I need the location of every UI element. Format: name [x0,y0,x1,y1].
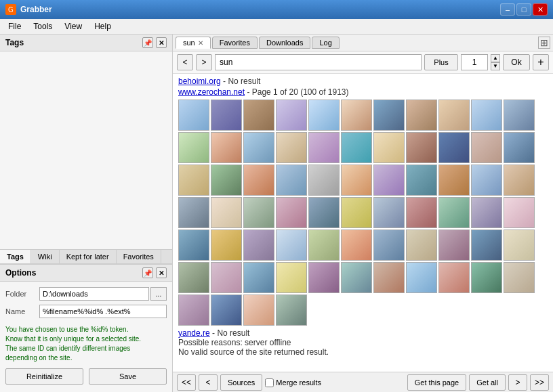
maximize-button[interactable]: □ [516,3,531,16]
thumbnail-7[interactable] [373,100,405,131]
thumbnail-16[interactable] [308,132,340,163]
thumbnail-51[interactable] [373,230,405,261]
thumbnail-44[interactable] [504,197,535,228]
thumbnail-39[interactable] [341,197,372,228]
thumbnail-42[interactable] [438,197,470,228]
thumbnail-38[interactable] [308,197,340,228]
behoimi-link[interactable]: behoimi.org [178,77,221,86]
thumbnail-67[interactable] [178,295,209,326]
thumbnail-25[interactable] [243,165,274,196]
thumbnail-15[interactable] [276,132,307,163]
next-page-button[interactable]: > [508,374,527,391]
thumbnail-3[interactable] [243,100,274,131]
thumbnail-22[interactable] [504,132,535,163]
thumbnail-14[interactable] [243,132,274,163]
thumbnail-18[interactable] [373,132,405,163]
thumbnail-21[interactable] [471,132,502,163]
tags-close-button[interactable]: ✕ [156,37,167,48]
options-close-button[interactable]: ✕ [156,267,167,278]
thumbnail-5[interactable] [308,100,340,131]
prev-page-button[interactable]: < [199,374,218,391]
menu-file[interactable]: File [3,20,26,32]
forward-button[interactable]: > [196,54,212,70]
options-pin-button[interactable]: 📌 [142,267,153,278]
tab-sun[interactable]: sun ✕ [176,37,211,49]
thumbnail-29[interactable] [373,165,405,196]
first-page-button[interactable]: << [177,374,196,391]
thumbnail-2[interactable] [211,100,242,131]
thumbnail-70[interactable] [276,295,307,326]
tab-wiki[interactable]: Wiki [31,250,60,263]
thumbnail-33[interactable] [504,165,535,196]
thumbnail-34[interactable] [178,197,209,228]
thumbnail-49[interactable] [308,230,340,261]
thumbnail-59[interactable] [276,262,307,293]
thumbnail-30[interactable] [406,165,437,196]
tab-favorites[interactable]: Favorites [212,37,258,49]
tab-log[interactable]: Log [312,37,339,49]
plus-button[interactable]: Plus [424,54,458,70]
thumbnail-6[interactable] [341,100,372,131]
thumbnail-40[interactable] [373,197,405,228]
thumbnail-10[interactable] [471,100,502,131]
get-all-button[interactable]: Get all [469,374,506,391]
merge-checkbox[interactable] [265,378,274,387]
thumbnail-58[interactable] [243,262,274,293]
thumbnail-8[interactable] [406,100,437,131]
folder-browse-button[interactable]: ... [150,287,167,301]
thumbnail-57[interactable] [211,262,242,293]
menu-tools[interactable]: Tools [28,20,58,32]
thumbnail-53[interactable] [438,230,470,261]
tab-tags[interactable]: Tags [0,250,31,263]
search-input[interactable] [215,54,422,70]
ok-button[interactable]: Ok [503,54,530,70]
tags-pin-button[interactable]: 📌 [142,37,153,48]
reinitialize-button[interactable]: Reinitialize [5,368,83,385]
save-button[interactable]: Save [89,368,167,385]
thumbnail-46[interactable] [211,230,242,261]
thumbnail-60[interactable] [308,262,340,293]
thumbnail-9[interactable] [438,100,470,131]
thumbnail-56[interactable] [178,262,209,293]
thumbnail-41[interactable] [406,197,437,228]
tab-favorites[interactable]: Favorites [117,250,161,263]
tab-kept-for-later[interactable]: Kept for later [60,250,117,263]
thumbnail-52[interactable] [406,230,437,261]
page-up-button[interactable]: ▲ [491,54,500,62]
thumbnail-55[interactable] [504,230,535,261]
thumbnail-63[interactable] [406,262,437,293]
new-tab-button[interactable]: ⊞ [538,37,550,49]
thumbnail-61[interactable] [341,262,372,293]
minimize-button[interactable]: – [500,3,515,16]
menu-help[interactable]: Help [89,20,117,32]
thumbnail-20[interactable] [438,132,470,163]
thumbnail-24[interactable] [211,165,242,196]
thumbnail-65[interactable] [471,262,502,293]
thumbnail-13[interactable] [211,132,242,163]
back-button[interactable]: < [177,54,193,70]
thumbnail-4[interactable] [276,100,307,131]
name-input[interactable] [39,305,167,318]
tab-downloads[interactable]: Downloads [259,37,310,49]
thumbnail-28[interactable] [341,165,372,196]
thumbnail-32[interactable] [471,165,502,196]
thumbnail-64[interactable] [438,262,470,293]
thumbnail-69[interactable] [243,295,274,326]
thumbnail-54[interactable] [471,230,502,261]
sources-button[interactable]: Sources [220,374,262,391]
thumbnail-1[interactable] [178,100,209,131]
get-page-button[interactable]: Get this page [407,374,466,391]
thumbnail-68[interactable] [211,295,242,326]
thumbnail-48[interactable] [276,230,307,261]
yande-link[interactable]: yande.re [178,328,210,338]
thumbnail-43[interactable] [471,197,502,228]
thumbnail-62[interactable] [373,262,405,293]
thumbnail-31[interactable] [438,165,470,196]
thumbnail-27[interactable] [308,165,340,196]
folder-input[interactable] [39,287,149,301]
zerochan-link[interactable]: www.zerochan.net [178,87,245,97]
thumbnail-12[interactable] [178,132,209,163]
thumbnail-17[interactable] [341,132,372,163]
thumbnail-19[interactable] [406,132,437,163]
menu-view[interactable]: View [59,20,87,32]
